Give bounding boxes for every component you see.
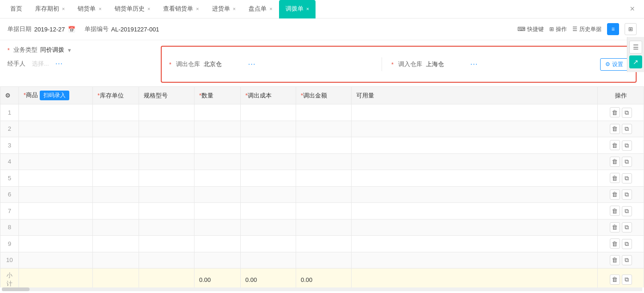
copy-btn-1[interactable]: ⧉ xyxy=(622,108,632,118)
tab-close-sales-order[interactable]: × xyxy=(98,6,101,12)
row-quantity-8[interactable] xyxy=(194,219,241,236)
tab-sales-history[interactable]: 销货单历史 × xyxy=(108,0,157,18)
row-quantity-3[interactable] xyxy=(194,137,241,154)
row-available-9[interactable] xyxy=(352,236,598,252)
row-available-1[interactable] xyxy=(352,104,598,121)
row-transfer-amount-2[interactable] xyxy=(296,121,352,137)
row-spec-7[interactable] xyxy=(139,203,194,220)
row-product-5[interactable] xyxy=(19,170,93,187)
row-quantity-5[interactable] xyxy=(194,170,241,187)
row-unit-3[interactable] xyxy=(93,137,139,154)
delete-btn-2[interactable]: 🗑 xyxy=(610,124,620,134)
row-transfer-cost-11[interactable]: 0.00 xyxy=(241,269,296,288)
row-available-2[interactable] xyxy=(352,121,598,137)
copy-btn-7[interactable]: ⧉ xyxy=(622,206,632,216)
row-spec-4[interactable] xyxy=(139,153,194,170)
tab-close-inventory-init[interactable]: × xyxy=(62,6,65,12)
row-transfer-cost-5[interactable] xyxy=(241,170,296,187)
doc-date-value[interactable]: 2019-12-27 xyxy=(34,26,65,33)
copy-btn-4[interactable]: ⧉ xyxy=(622,157,632,167)
layout-btn-1[interactable]: ≡ xyxy=(607,23,619,35)
delete-btn-5[interactable]: 🗑 xyxy=(610,173,620,183)
horizontal-scrollbar[interactable] xyxy=(2,287,642,291)
copy-btn-8[interactable]: ⧉ xyxy=(622,222,632,232)
tab-close-inventory-count[interactable]: × xyxy=(269,6,272,12)
row-product-10[interactable] xyxy=(19,252,93,269)
delete-btn-9[interactable]: 🗑 xyxy=(610,238,620,249)
row-product-1[interactable] xyxy=(19,104,93,121)
row-transfer-amount-6[interactable] xyxy=(296,186,352,203)
row-transfer-amount-5[interactable] xyxy=(296,170,352,187)
gear-column-icon[interactable]: ⚙ xyxy=(5,92,11,99)
delete-btn-1[interactable]: 🗑 xyxy=(610,107,620,117)
row-transfer-cost-1[interactable] xyxy=(241,104,296,121)
row-unit-5[interactable] xyxy=(93,170,139,187)
row-quantity-9[interactable] xyxy=(194,236,241,252)
row-transfer-cost-7[interactable] xyxy=(241,203,296,220)
shortcut-button[interactable]: ⌨ 快捷键 xyxy=(517,25,544,33)
transfer-out-more-btn[interactable]: ··· xyxy=(248,60,255,68)
scan-entry-button[interactable]: 扫码录入 xyxy=(40,91,69,100)
tab-close-transfer-order[interactable]: × xyxy=(306,6,309,12)
side-panel-list-btn[interactable]: ☰ xyxy=(629,41,642,54)
row-product-9[interactable] xyxy=(19,236,93,252)
row-transfer-cost-6[interactable] xyxy=(241,186,296,203)
row-quantity-4[interactable] xyxy=(194,153,241,170)
tab-close-sales-history[interactable]: × xyxy=(147,6,150,12)
row-spec-11[interactable] xyxy=(139,269,194,288)
row-quantity-10[interactable] xyxy=(194,252,241,269)
row-product-11[interactable] xyxy=(19,269,93,288)
transfer-out-value[interactable]: 北京仓 xyxy=(204,60,241,68)
delete-btn-8[interactable]: 🗑 xyxy=(610,222,620,232)
row-available-7[interactable] xyxy=(352,203,598,220)
row-unit-7[interactable] xyxy=(93,203,139,220)
row-transfer-cost-10[interactable] xyxy=(241,252,296,269)
row-available-3[interactable] xyxy=(352,137,598,154)
row-available-11[interactable] xyxy=(352,269,598,288)
row-available-6[interactable] xyxy=(352,186,598,203)
copy-btn-11[interactable]: ⧉ xyxy=(622,275,632,285)
row-spec-3[interactable] xyxy=(139,137,194,154)
row-spec-2[interactable] xyxy=(139,121,194,137)
copy-btn-10[interactable]: ⧉ xyxy=(622,255,632,265)
row-product-8[interactable] xyxy=(19,219,93,236)
row-transfer-amount-7[interactable] xyxy=(296,203,352,220)
row-transfer-cost-3[interactable] xyxy=(241,137,296,154)
row-transfer-amount-4[interactable] xyxy=(296,153,352,170)
history-button[interactable]: ☰ 历史单据 xyxy=(572,25,601,33)
row-transfer-cost-9[interactable] xyxy=(241,236,296,252)
transfer-in-value[interactable]: 上海仓 xyxy=(426,60,463,68)
th-gear[interactable]: ⚙ xyxy=(0,87,19,104)
warehouse-setting-button[interactable]: ⚙ 设置 xyxy=(600,58,628,71)
row-available-8[interactable] xyxy=(352,219,598,236)
row-unit-8[interactable] xyxy=(93,219,139,236)
row-transfer-cost-4[interactable] xyxy=(241,153,296,170)
row-transfer-amount-11[interactable]: 0.00 xyxy=(296,269,352,288)
row-available-10[interactable] xyxy=(352,252,598,269)
row-spec-5[interactable] xyxy=(139,170,194,187)
tab-view-sales[interactable]: 查看销货单 × xyxy=(157,0,205,18)
calendar-icon[interactable]: 📅 xyxy=(68,26,75,33)
delete-btn-10[interactable]: 🗑 xyxy=(610,255,620,265)
row-spec-1[interactable] xyxy=(139,104,194,121)
row-quantity-2[interactable] xyxy=(194,121,241,137)
row-quantity-1[interactable] xyxy=(194,104,241,121)
delete-btn-11[interactable]: 🗑 xyxy=(610,275,620,285)
tab-home[interactable]: 首页 xyxy=(4,0,29,18)
handler-placeholder[interactable]: 选择... xyxy=(32,60,49,68)
row-unit-9[interactable] xyxy=(93,236,139,252)
delete-btn-6[interactable]: 🗑 xyxy=(610,189,620,200)
side-panel-export-btn[interactable]: ↗ xyxy=(629,55,642,68)
delete-btn-7[interactable]: 🗑 xyxy=(610,206,620,216)
row-transfer-cost-8[interactable] xyxy=(241,219,296,236)
tab-purchase-order[interactable]: 进货单 × xyxy=(206,0,242,18)
copy-btn-6[interactable]: ⧉ xyxy=(622,189,632,200)
operations-button[interactable]: ⊞ 操作 xyxy=(549,25,567,33)
transfer-in-more-btn[interactable]: ··· xyxy=(470,60,478,68)
row-product-7[interactable] xyxy=(19,203,93,220)
row-transfer-amount-3[interactable] xyxy=(296,137,352,154)
copy-btn-5[interactable]: ⧉ xyxy=(622,173,632,183)
handler-more-btn[interactable]: ··· xyxy=(55,60,63,68)
row-spec-10[interactable] xyxy=(139,252,194,269)
business-type-select[interactable]: 同价调拨 ▾ xyxy=(40,46,133,54)
